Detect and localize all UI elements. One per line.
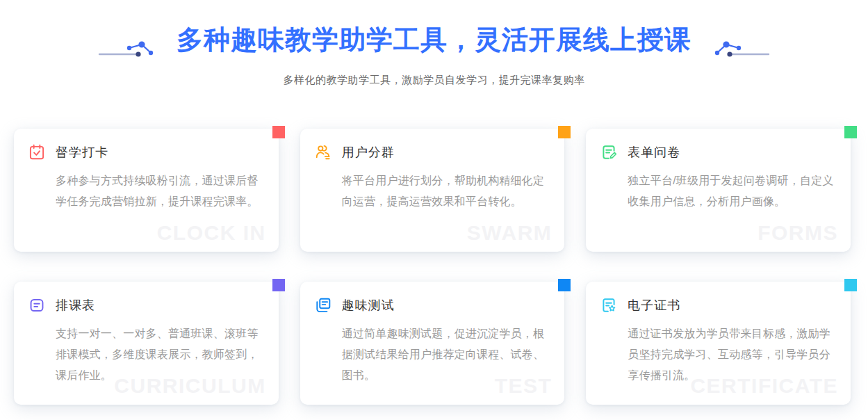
corner-badge — [558, 126, 571, 138]
card-head: 用户分群 — [314, 143, 552, 161]
feature-card: 用户分群 将平台用户进行划分，帮助机构精细化定向运营，提高运营效果和平台转化。 … — [300, 129, 565, 252]
user-group-icon — [314, 143, 332, 161]
corner-badge — [844, 126, 857, 138]
card-watermark: CERTIFICATE — [690, 374, 838, 398]
card-description: 独立平台/班级用于发起问卷调研，自定义收集用户信息，分析用户画像。 — [628, 170, 835, 212]
card-watermark: CURRICULUM — [114, 374, 265, 398]
card-head: 督学打卡 — [28, 143, 266, 161]
stacked-docs-icon — [314, 296, 332, 314]
page-subtitle: 多样化的教学助学工具，激励学员自发学习，提升完课率复购率 — [0, 72, 868, 87]
card-head: 电子证书 — [600, 296, 838, 314]
trend-line-right-icon — [711, 31, 770, 60]
card-title: 电子证书 — [628, 297, 680, 314]
schedule-icon — [28, 296, 46, 314]
feature-card: 表单问卷 独立平台/班级用于发起问卷调研，自定义收集用户信息，分析用户画像。 F… — [586, 129, 851, 252]
card-head: 表单问卷 — [600, 143, 838, 161]
card-title: 趣味测试 — [342, 297, 395, 314]
trend-line-left-icon — [98, 31, 157, 60]
page-root: 多种趣味教学助学工具，灵活开展线上授课 多样化的教学助学工具，激励学员自发学习，… — [0, 0, 868, 405]
header-section: 多种趣味教学助学工具，灵活开展线上授课 多样化的教学助学工具，激励学员自发学习，… — [0, 0, 868, 87]
card-title: 排课表 — [56, 297, 95, 314]
card-watermark: FORMS — [758, 221, 838, 245]
feature-card: 趣味测试 通过简单趣味测试题，促进沉淀学员，根据测试结果给用户推荐定向课程、试卷… — [300, 282, 565, 405]
certificate-star-icon — [600, 296, 618, 314]
corner-badge — [558, 279, 571, 291]
card-watermark: TEST — [495, 374, 552, 398]
card-title: 督学打卡 — [56, 144, 108, 161]
card-title: 表单问卷 — [628, 144, 680, 161]
corner-badge — [272, 126, 285, 138]
page-title: 多种趣味教学助学工具，灵活开展线上授课 — [177, 25, 691, 56]
calendar-check-icon — [28, 143, 46, 161]
card-head: 排课表 — [28, 296, 266, 314]
card-watermark: CLOCK IN — [157, 221, 266, 245]
corner-badge — [844, 279, 857, 291]
card-description: 多种参与方式持续吸粉引流，通过课后督学任务完成营销拉新，提升课程完课率。 — [56, 170, 263, 212]
form-edit-icon — [600, 143, 618, 161]
card-description: 将平台用户进行划分，帮助机构精细化定向运营，提高运营效果和平台转化。 — [342, 170, 550, 212]
card-title: 用户分群 — [342, 144, 395, 161]
corner-badge — [272, 279, 285, 291]
feature-card: 督学打卡 多种参与方式持续吸粉引流，通过课后督学任务完成营销拉新，提升课程完课率… — [14, 129, 279, 252]
cards-grid: 督学打卡 多种参与方式持续吸粉引流，通过课后督学任务完成营销拉新，提升课程完课率… — [0, 129, 868, 405]
card-head: 趣味测试 — [314, 296, 552, 314]
feature-card: 排课表 支持一对一、一对多、普通班课、滚班等排课模式，多维度课表展示，教师签到，… — [14, 282, 279, 405]
heading-row: 多种趣味教学助学工具，灵活开展线上授课 — [0, 21, 868, 60]
card-watermark: SWARM — [467, 221, 552, 245]
feature-card: 电子证书 通过证书发放为学员带来目标感，激励学员坚持完成学习、互动感等，引导学员… — [586, 282, 851, 405]
